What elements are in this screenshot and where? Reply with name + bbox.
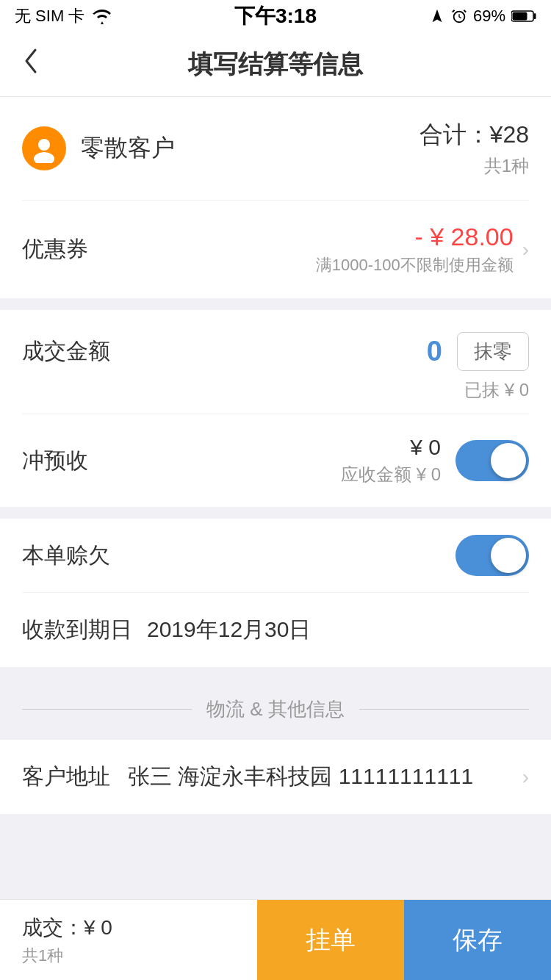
customer-avatar — [22, 126, 66, 170]
prereceipt-toggle[interactable] — [455, 440, 529, 481]
customer-card: 零散客户 合计：¥28 共1种 优惠券 - ¥ 28.00 满1000-100不… — [0, 97, 551, 298]
deal-value: 0 — [427, 336, 442, 367]
address-row[interactable]: 客户地址 张三 海淀永丰科技园 11111111111 › — [0, 740, 551, 814]
prereceipt-label: 冲预收 — [22, 446, 88, 476]
svg-rect-2 — [534, 13, 536, 19]
prereceipt-right: ¥ 0 应收金额 ¥ 0 — [341, 435, 529, 486]
coupon-desc: 满1000-100不限制使用金额 — [316, 254, 514, 276]
prereceipt-amounts: ¥ 0 应收金额 ¥ 0 — [341, 435, 441, 486]
deal-sub: 已抹 ¥ 0 — [22, 378, 529, 414]
coupon-row[interactable]: 优惠券 - ¥ 28.00 满1000-100不限制使用金额 › — [0, 201, 551, 298]
credit-card: 本单赊欠 收款到期日 2019年12月30日 — [0, 519, 551, 667]
pending-button[interactable]: 挂单 — [257, 900, 404, 981]
main-content: 零散客户 合计：¥28 共1种 优惠券 - ¥ 28.00 满1000-100不… — [0, 97, 551, 921]
customer-row: 零散客户 合计：¥28 共1种 — [0, 97, 551, 200]
save-button[interactable]: 保存 — [404, 900, 551, 981]
prereceipt-sub: 应收金额 ¥ 0 — [341, 463, 441, 486]
prereceipt-row: 冲预收 ¥ 0 应收金额 ¥ 0 — [22, 414, 529, 507]
page-title: 填写结算等信息 — [188, 48, 363, 82]
coupon-label: 优惠券 — [22, 234, 88, 264]
prereceipt-main: ¥ 0 — [341, 435, 441, 460]
wifi-icon — [92, 8, 112, 24]
logistics-line-right — [359, 709, 529, 710]
deal-right: 0 抹零 — [427, 332, 529, 371]
credit-toggle-thumb — [491, 538, 526, 573]
status-right: 69% — [429, 7, 536, 26]
svg-rect-3 — [513, 12, 527, 21]
status-left: 无 SIM 卡 — [15, 5, 112, 27]
coupon-detail: - ¥ 28.00 满1000-100不限制使用金额 — [316, 223, 514, 276]
status-time: 下午3:18 — [234, 2, 317, 30]
customer-left: 零散客户 — [22, 126, 175, 170]
address-label: 客户地址 — [22, 762, 110, 792]
deal-section: 成交金额 0 抹零 已抹 ¥ 0 — [0, 310, 551, 414]
nav-bar: 填写结算等信息 — [0, 32, 551, 97]
battery-text: 69% — [473, 7, 505, 26]
address-card: 客户地址 张三 海淀永丰科技园 11111111111 › — [0, 740, 551, 814]
credit-toggle[interactable] — [455, 535, 529, 576]
coupon-right: - ¥ 28.00 满1000-100不限制使用金额 › — [316, 223, 529, 276]
deal-amount-card: 成交金额 0 抹零 已抹 ¥ 0 冲预收 ¥ 0 应收金额 ¥ 0 — [0, 310, 551, 507]
bottom-count: 共1种 — [22, 945, 235, 967]
svg-point-5 — [34, 152, 54, 163]
address-chevron-icon: › — [522, 765, 529, 789]
alarm-icon — [451, 8, 467, 24]
prereceipt-section: 冲预收 ¥ 0 应收金额 ¥ 0 — [0, 414, 551, 507]
bottom-summary: 成交：¥ 0 共1种 — [0, 914, 257, 967]
duedate-label: 收款到期日 — [22, 615, 132, 645]
bottom-deal-amount: ¥ 0 — [84, 916, 112, 939]
svg-point-4 — [38, 139, 50, 151]
chevron-right-icon: › — [522, 238, 529, 262]
round-zero-button[interactable]: 抹零 — [457, 332, 529, 371]
credit-section: 本单赊欠 — [0, 519, 551, 592]
battery-icon — [511, 10, 536, 23]
deal-label: 成交金额 — [22, 336, 110, 367]
deal-row: 成交金额 0 抹零 — [22, 310, 529, 378]
back-button[interactable] — [22, 47, 40, 82]
duedate-value: 2019年12月30日 — [147, 615, 311, 645]
toggle-thumb — [491, 443, 526, 478]
status-bar: 无 SIM 卡 下午3:18 69% — [0, 0, 551, 32]
address-value: 张三 海淀永丰科技园 11111111111 — [128, 762, 522, 792]
total-amount: 合计：¥28 — [419, 119, 529, 151]
total-count: 共1种 — [419, 154, 529, 178]
bottom-bar: 成交：¥ 0 共1种 挂单 保存 — [0, 899, 551, 980]
logistics-label: 物流 & 其他信息 — [192, 696, 359, 722]
location-icon — [429, 8, 445, 24]
logistics-header: 物流 & 其他信息 — [0, 679, 551, 740]
coupon-amount: - ¥ 28.00 — [316, 223, 514, 251]
bottom-deal-label: 成交： — [22, 916, 84, 939]
credit-label: 本单赊欠 — [22, 541, 110, 571]
bottom-deal-row: 成交：¥ 0 — [22, 914, 235, 942]
no-sim-text: 无 SIM 卡 — [15, 5, 84, 27]
logistics-line-left — [22, 709, 192, 710]
customer-name: 零散客户 — [81, 132, 175, 165]
duedate-section: 收款到期日 2019年12月30日 — [0, 593, 551, 667]
customer-right: 合计：¥28 共1种 — [419, 119, 529, 178]
